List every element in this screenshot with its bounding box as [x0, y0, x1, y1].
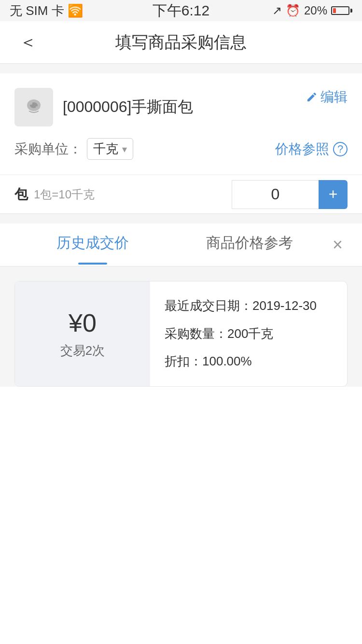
recent-date-row: 最近成交日期：2019-12-30: [165, 296, 333, 316]
status-right: ↗ ⏰ 20%: [272, 4, 352, 17]
quantity-controls: +: [232, 180, 348, 209]
history-trade-count: 交易2次: [60, 342, 105, 359]
quantity-unit-hint: 1包=10千克: [34, 187, 95, 202]
quantity-row: 采购数量：200千克: [165, 324, 333, 344]
history-price: ¥0: [69, 308, 97, 337]
edit-button[interactable]: 编辑: [306, 88, 348, 106]
status-bar: 无 SIM 卡 🛜 下午6:12 ↗ ⏰ 20%: [0, 0, 362, 21]
history-right-panel: 最近成交日期：2019-12-30 采购数量：200千克 折扣：100.00%: [150, 281, 347, 386]
tab-price-reference[interactable]: 商品价格参考: [171, 233, 327, 257]
quantity-section: 包 1包=10千克 +: [0, 175, 362, 214]
status-left: 无 SIM 卡 🛜: [10, 2, 83, 19]
dropdown-arrow-icon: ▾: [122, 143, 127, 155]
product-thumbnail: [14, 88, 53, 126]
product-header: [0000006]手撕面包 编辑: [14, 88, 348, 126]
network-text: 无 SIM 卡 🛜: [10, 2, 83, 19]
price-ref-button[interactable]: 价格参照 ?: [275, 140, 348, 158]
quantity-label: 包 1包=10千克: [14, 185, 95, 204]
product-unit-row: 采购单位： 千克 ▾ 价格参照 ?: [14, 138, 348, 160]
product-name: [0000006]手撕面包: [63, 97, 193, 118]
price-ref-label: 价格参照: [275, 140, 329, 158]
recent-date-value: 2019-12-30: [252, 298, 317, 313]
help-icon: ?: [333, 142, 348, 156]
page-title: 填写商品采购信息: [115, 31, 247, 54]
svg-point-2: [29, 102, 32, 105]
back-button[interactable]: ＜: [14, 26, 42, 59]
bottom-content: [0, 387, 362, 644]
history-card: ¥0 交易2次 最近成交日期：2019-12-30 采购数量：200千克 折扣：…: [14, 281, 348, 387]
quantity-input[interactable]: [232, 180, 319, 209]
unit-selector[interactable]: 千克 ▾: [87, 138, 133, 160]
battery-icon: [331, 6, 352, 15]
tabs-row: 历史成交价 商品价格参考 ×: [0, 224, 362, 266]
tab-close-button[interactable]: ×: [328, 235, 348, 255]
tabs-container: 历史成交价 商品价格参考 ×: [0, 224, 362, 266]
quantity-plus-button[interactable]: +: [319, 180, 348, 209]
discount-label: 折扣：: [165, 354, 202, 368]
unit-value: 千克: [93, 140, 118, 157]
battery-fill: [333, 8, 336, 13]
quantity-unit-name: 包: [14, 185, 28, 204]
edit-icon: [306, 91, 318, 103]
status-time: 下午6:12: [153, 1, 209, 21]
recent-date-label: 最近成交日期：: [165, 298, 252, 313]
product-card: [0000006]手撕面包 编辑 采购单位： 千克 ▾ 价格参照 ?: [0, 73, 362, 174]
product-left: [0000006]手撕面包: [14, 88, 193, 126]
alarm-icon: ⏰: [286, 4, 300, 17]
quantity-detail-label: 采购数量：: [165, 326, 227, 341]
quantity-detail-value: 200千克: [227, 326, 273, 341]
discount-row: 折扣：100.00%: [165, 351, 333, 372]
svg-point-3: [36, 106, 38, 108]
unit-left: 采购单位： 千克 ▾: [14, 138, 133, 160]
tab-history-price[interactable]: 历史成交价: [14, 233, 171, 257]
discount-value: 100.00%: [202, 354, 252, 368]
nav-bar: ＜ 填写商品采购信息: [0, 21, 362, 64]
location-icon: ↗: [272, 4, 282, 17]
edit-label: 编辑: [320, 88, 348, 106]
unit-label: 采购单位：: [14, 140, 82, 158]
battery-body: [331, 6, 349, 15]
battery-tip: [350, 9, 352, 13]
battery-percent: 20%: [304, 4, 327, 17]
history-left-panel: ¥0 交易2次: [15, 281, 150, 386]
